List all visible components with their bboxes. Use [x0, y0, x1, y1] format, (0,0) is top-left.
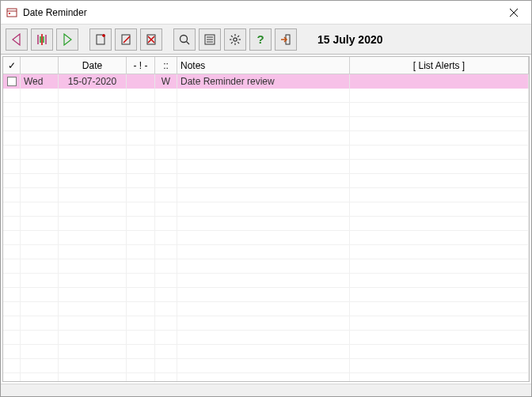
row-checkbox-cell: [3, 345, 21, 358]
svg-rect-0: [7, 9, 17, 17]
row-dots: [155, 331, 177, 344]
row-day: [21, 331, 59, 344]
grid-body[interactable]: Wed15-07-2020WDate Reminder review: [3, 74, 529, 381]
row-notes: [177, 274, 350, 287]
titlebar: Date Reminder: [1, 1, 531, 25]
row-alerts: [350, 359, 529, 372]
row-day: [21, 259, 59, 273]
row-notes: [177, 217, 350, 230]
next-button[interactable]: [56, 28, 78, 51]
row-notes: [177, 174, 350, 187]
row-notes: [177, 117, 350, 130]
row-notes: [177, 373, 350, 381]
col-header-check[interactable]: ✓: [3, 57, 21, 74]
row-day: [21, 174, 59, 187]
list-button[interactable]: [199, 28, 221, 51]
row-checkbox-cell: [3, 316, 21, 330]
row-date: [59, 373, 127, 381]
search-button[interactable]: [173, 28, 196, 51]
current-date-label: 15 July 2020: [317, 33, 383, 46]
row-checkbox-cell[interactable]: [3, 74, 21, 89]
row-alerts: [350, 316, 529, 330]
row-alerts: [350, 373, 529, 381]
table-row-empty: [3, 274, 529, 288]
settings-button[interactable]: [224, 28, 246, 51]
row-checkbox-cell: [3, 117, 21, 130]
help-button[interactable]: ?: [249, 28, 272, 51]
row-checkbox-cell: [3, 146, 21, 159]
col-header-alerts[interactable]: [ List Alerts ]: [350, 57, 529, 74]
row-priority: [127, 231, 155, 244]
row-priority: [127, 103, 155, 116]
nav-group: [6, 28, 78, 51]
row-alerts: [350, 160, 529, 173]
svg-line-34: [231, 42, 233, 43]
toolbar: ? 15 July 2020: [1, 25, 531, 55]
today-button[interactable]: [31, 28, 53, 51]
row-notes: Date Reminder review: [177, 74, 350, 89]
close-button[interactable]: [496, 1, 531, 25]
row-alerts: [350, 302, 529, 316]
svg-marker-5: [13, 34, 20, 45]
row-checkbox-cell: [3, 174, 21, 187]
col-header-notes[interactable]: Notes: [177, 57, 350, 74]
row-checkbox[interactable]: [7, 77, 17, 86]
col-header-priority[interactable]: - ! -: [127, 57, 155, 74]
row-notes: [177, 231, 350, 244]
table-row-empty: [3, 131, 529, 146]
svg-line-16: [124, 36, 130, 43]
col-header-day[interactable]: [21, 57, 59, 74]
row-dots: [155, 103, 177, 116]
help-icon: ?: [254, 33, 267, 46]
prev-button[interactable]: [6, 28, 28, 51]
table-row-empty: [3, 188, 529, 202]
row-notes: [177, 331, 350, 344]
row-alerts: [350, 288, 529, 301]
row-checkbox-cell: [3, 131, 21, 145]
row-day: [21, 245, 59, 259]
row-dots: [155, 117, 177, 130]
row-checkbox-cell: [3, 359, 21, 372]
row-dots: [155, 288, 177, 301]
row-date: [59, 202, 127, 216]
row-checkbox-cell: [3, 231, 21, 244]
col-header-dots[interactable]: ::: [155, 57, 177, 74]
close-icon: [510, 9, 518, 17]
row-date: [59, 231, 127, 244]
row-date: [59, 316, 127, 330]
col-header-date[interactable]: Date: [59, 57, 127, 74]
row-priority: [127, 74, 155, 89]
row-checkbox-cell: [3, 373, 21, 381]
row-priority: [127, 331, 155, 344]
row-alerts: [350, 174, 529, 187]
edit-entry-button[interactable]: [115, 28, 137, 51]
row-priority: [127, 359, 155, 372]
row-notes: [177, 103, 350, 116]
row-dots: [155, 89, 177, 102]
delete-entry-button[interactable]: [140, 28, 162, 51]
row-notes: [177, 288, 350, 301]
row-date: [59, 174, 127, 187]
table-row[interactable]: Wed15-07-2020WDate Reminder review: [3, 74, 529, 89]
row-notes: [177, 89, 350, 102]
row-alerts: [350, 259, 529, 273]
row-date: [59, 117, 127, 130]
row-dots: [155, 302, 177, 316]
exit-button[interactable]: [275, 28, 297, 51]
triangle-left-icon: [11, 33, 22, 46]
row-alerts: [350, 202, 529, 216]
row-day: [21, 188, 59, 202]
delete-page-icon: [145, 33, 158, 46]
row-dots: [155, 146, 177, 159]
bars-center-icon: [36, 33, 48, 46]
row-date: [59, 103, 127, 116]
window-title: Date Reminder: [23, 7, 87, 18]
svg-text:?: ?: [256, 33, 264, 46]
row-priority: [127, 89, 155, 102]
new-entry-button[interactable]: [89, 28, 112, 51]
row-dots: [155, 131, 177, 145]
row-date: [59, 131, 127, 145]
row-alerts: [350, 331, 529, 344]
row-day: [21, 202, 59, 216]
row-date: [59, 160, 127, 173]
